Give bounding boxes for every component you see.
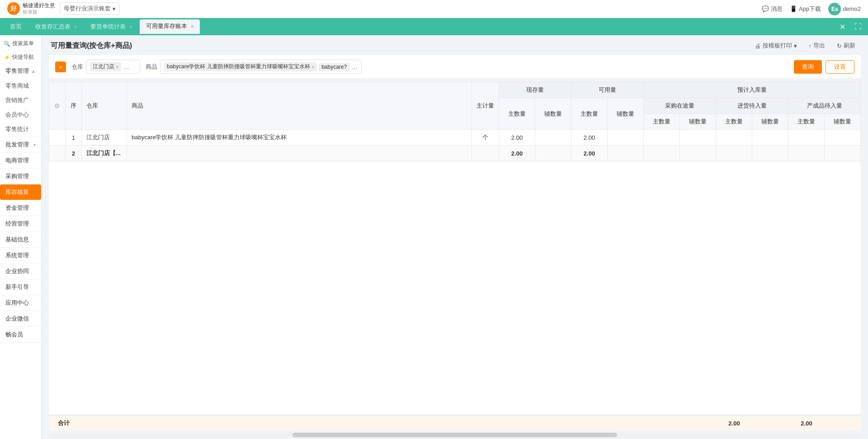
th-settings[interactable]: ⚙	[49, 82, 66, 130]
gear-icon: ⚙	[54, 102, 60, 109]
th-purchase-transit: 采购在途量	[644, 98, 716, 114]
sidebar-ecommerce-header[interactable]: 电商管理	[0, 153, 41, 168]
th-pa-aux: 辅数量	[752, 114, 788, 130]
filter-expand-btn[interactable]: »	[55, 61, 66, 72]
th-product: 商品	[127, 82, 472, 130]
sidebar-section-operations: 经营管理	[0, 216, 41, 232]
td-pa-main	[716, 130, 752, 146]
top-bar-right: 💬 消息 📱 App下载 Ea demo2	[762, 3, 861, 15]
th-prod-main: 主数量	[788, 114, 825, 130]
sidebar-purchase-label: 采购管理	[5, 172, 29, 180]
sidebar-appcenter-header[interactable]: 应用中心	[0, 295, 41, 311]
page-header: 可用量查询(按仓库+商品) 🖨 按模板打印 ▾ ↑ 导出 ↻ 刷新	[42, 35, 868, 55]
nav-tabs-right: ✕ ⛶	[837, 22, 864, 32]
sidebar-finance-label: 资金管理	[5, 204, 29, 212]
footer-values: 2.00 2.00	[79, 420, 861, 427]
sidebar-finance-header[interactable]: 资金管理	[0, 200, 41, 216]
th-pa-main: 主数量	[716, 114, 752, 130]
industry-label: 母婴行业演示账套	[64, 5, 111, 13]
close-all-tabs-btn[interactable]: ✕	[837, 22, 848, 32]
sidebar-item-retail-mall[interactable]: 零售商城	[0, 79, 41, 93]
tab-available-stock[interactable]: 可用量库存账本 ×	[140, 19, 200, 34]
td-prod-aux-2	[825, 146, 861, 161]
table-row-subtotal: 2 江北门店【... 2.00 2.00	[49, 146, 861, 161]
sidebar-newguide-header[interactable]: 新手引导	[0, 279, 41, 295]
product-tag-2: babycare?	[319, 63, 349, 71]
sidebar-section-inventory: 库存核算	[0, 184, 41, 200]
query-btn[interactable]: 查询	[794, 60, 822, 74]
th-pt-aux: 辅数量	[680, 114, 716, 130]
td-pt-aux	[680, 130, 716, 146]
sidebar-wholesale-header[interactable]: 批发管理 ▾	[0, 137, 41, 152]
td-no-2: 2	[66, 146, 82, 161]
export-btn[interactable]: ↑ 导出	[805, 40, 829, 52]
user-menu[interactable]: Ea demo2	[828, 3, 861, 15]
sidebar-inventory-label: 库存核算	[5, 188, 29, 196]
tab-order-stats-label: 要货单统计表	[90, 23, 126, 31]
sidebar-item-marketing[interactable]: 营销推广	[0, 93, 41, 108]
table-scroll[interactable]: ⚙ 序 仓库 商品 主计量 现存量 可用量 预计入库量 主数量 辅	[49, 82, 861, 415]
data-table: ⚙ 序 仓库 商品 主计量 现存量 可用量 预计入库量 主数量 辅	[49, 82, 861, 161]
th-warehouse: 仓库	[82, 82, 127, 130]
warehouse-more-btn[interactable]: ...	[123, 63, 129, 71]
product-tag-1-remove[interactable]: ×	[311, 64, 314, 70]
sidebar-operations-header[interactable]: 经营管理	[0, 216, 41, 231]
td-product-2	[127, 146, 472, 161]
sidebar-section-basic: 基础信息	[0, 232, 41, 248]
fullscreen-btn[interactable]: ⛶	[852, 22, 864, 32]
search-icon: 🔍	[4, 41, 10, 47]
tab-receipt-summary-close[interactable]: ×	[74, 24, 77, 29]
settings-btn[interactable]: 设置	[826, 60, 854, 74]
td-prod-aux	[825, 130, 861, 146]
td-pa-aux	[752, 130, 788, 146]
td-pt-main-2	[644, 146, 680, 161]
tab-home-label: 首页	[10, 23, 22, 31]
warehouse-tag-remove[interactable]: ×	[116, 64, 118, 70]
refresh-btn[interactable]: ↻ 刷新	[833, 40, 859, 52]
sidebar-retail-label: 零售管理	[5, 67, 29, 75]
warehouse-filter-input[interactable]: 江北门店 × ...	[86, 60, 140, 74]
template-print-btn[interactable]: 🖨 按模板打印 ▾	[751, 40, 801, 52]
tab-order-stats[interactable]: 要货单统计表 ×	[84, 19, 138, 34]
app-download-btn[interactable]: 📱 App下载	[790, 5, 821, 13]
tab-available-stock-close[interactable]: ×	[191, 24, 193, 29]
sidebar-wechat-header[interactable]: 企业微信	[0, 311, 41, 326]
table-scrollbar-thumb[interactable]	[292, 433, 617, 437]
page-actions: 🖨 按模板打印 ▾ ↑ 导出 ↻ 刷新	[751, 40, 859, 52]
warehouse-tag: 江北门店 ×	[90, 62, 121, 71]
warehouse-filter-group: 仓库 江北门店 × ...	[71, 60, 140, 74]
sidebar-section-system: 系统管理	[0, 248, 41, 264]
table-scrollbar[interactable]	[49, 433, 861, 437]
sidebar-member-header[interactable]: 畅会员	[0, 327, 41, 342]
sidebar-item-member-center[interactable]: 会员中心	[0, 108, 41, 122]
footer-avail-aux	[825, 420, 861, 427]
sidebar-basic-label: 基础信息	[5, 236, 29, 244]
sidebar-section-wholesale: 批发管理 ▾	[0, 137, 41, 153]
product-filter-input[interactable]: babycare学饮杯 儿童防摔防撞吸管杯重力球吸嘴杯宝宝水杯 × babyca…	[160, 60, 362, 74]
sidebar-quick-nav[interactable]: ⚡ 快捷导航	[0, 51, 41, 63]
sidebar-inventory-header[interactable]: 库存核算	[0, 184, 41, 200]
avatar: Ea	[828, 3, 841, 15]
td-stock-aux-2	[535, 146, 571, 161]
th-no: 序	[66, 82, 82, 130]
table-area: ⚙ 序 仓库 商品 主计量 现存量 可用量 预计入库量 主数量 辅	[49, 82, 861, 431]
industry-selector[interactable]: 母婴行业演示账套 ▾	[60, 2, 120, 15]
sidebar-search[interactable]: 🔍 搜索菜单	[0, 35, 41, 51]
product-more-btn[interactable]: ...	[351, 63, 357, 71]
td-stock-aux	[535, 130, 571, 146]
td-avail-main: 2.00	[571, 130, 608, 146]
sidebar-retail-header[interactable]: 零售管理 ▲	[0, 63, 41, 79]
sidebar-enterprise-header[interactable]: 企业协同	[0, 264, 41, 279]
tab-receipt-summary[interactable]: 收发存汇总表 ×	[29, 19, 83, 34]
tab-order-stats-close[interactable]: ×	[129, 24, 132, 29]
sidebar-basic-header[interactable]: 基础信息	[0, 232, 41, 247]
sidebar-quick-nav-label: 快捷导航	[12, 53, 34, 61]
tab-home[interactable]: 首页	[4, 19, 28, 34]
logo-area: 好 畅捷通好生意 标准版	[7, 2, 55, 15]
sidebar-system-header[interactable]: 系统管理	[0, 248, 41, 263]
message-btn[interactable]: 💬 消息	[762, 5, 783, 13]
sidebar-section-purchase: 采购管理	[0, 169, 41, 184]
sidebar-item-retail-stats[interactable]: 零售统计	[0, 122, 41, 137]
sidebar-purchase-header[interactable]: 采购管理	[0, 169, 41, 184]
sidebar: 🔍 搜索菜单 ⚡ 快捷导航 零售管理 ▲ 零售商城 营销推广 会员中心 零售统计	[0, 35, 42, 439]
